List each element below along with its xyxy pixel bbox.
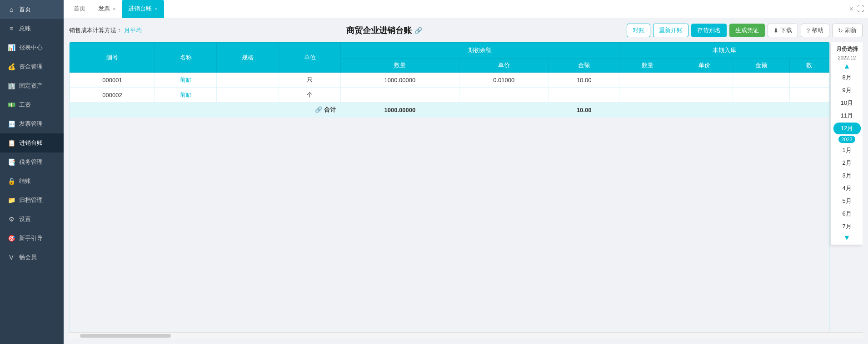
purchase-icon: 📋 xyxy=(7,139,15,147)
tab-purchase-sales[interactable]: 进销台账 × xyxy=(122,0,164,18)
cell-balance-qty xyxy=(341,88,459,103)
col-code: 编号 xyxy=(70,43,155,73)
sidebar-item-label: 设置 xyxy=(19,215,31,223)
month-item-4[interactable]: 4月 xyxy=(833,182,861,194)
help-button[interactable]: ? 帮助 xyxy=(801,24,829,37)
save-alias-button[interactable]: 存货别名 xyxy=(691,24,727,37)
sidebar-item-label: 归档管理 xyxy=(19,196,43,204)
cell-in-num xyxy=(789,73,829,88)
sub-in-price: 单价 xyxy=(676,59,733,73)
cell-code: 000001 xyxy=(70,73,155,88)
sidebar-item-label: 进销台账 xyxy=(19,139,43,147)
purchase-sales-table: 编号 名称 规格 单位 期初余额 本期入库 数量 单价 金额 数量 xyxy=(70,42,829,118)
month-item-12[interactable]: 12月 xyxy=(833,123,861,134)
month-item-9[interactable]: 9月 xyxy=(833,84,861,96)
sidebar-item-archive[interactable]: 📁 归档管理 xyxy=(0,191,64,210)
ledger-icon: ≡ xyxy=(7,25,15,32)
home-icon: ⌂ xyxy=(7,6,15,13)
sub-balance-amount: 金额 xyxy=(549,59,619,73)
table-row: 000002 前缸 个 xyxy=(70,88,829,103)
fund-icon: 💰 xyxy=(7,63,15,70)
tab-invoice[interactable]: 发票 × xyxy=(92,0,122,18)
col-spec: 规格 xyxy=(217,43,279,73)
refresh-button[interactable]: ↻ 刷新 xyxy=(832,24,863,37)
cell-in-qty xyxy=(619,73,676,88)
month-scroll-up[interactable]: ▲ xyxy=(833,61,861,71)
reconcile-button[interactable]: 对账 xyxy=(627,24,650,37)
col-current-in: 本期入库 xyxy=(619,43,829,59)
cell-name: 前缸 xyxy=(155,73,216,88)
sidebar-item-fund-management[interactable]: 💰 资金管理 xyxy=(0,57,64,76)
cell-balance-price xyxy=(459,88,549,103)
tab-purchase-sales-close[interactable]: × xyxy=(155,6,157,11)
total-in-amount xyxy=(733,103,790,118)
total-in-num xyxy=(789,103,829,118)
total-balance-qty: 1000.00000 xyxy=(341,103,459,118)
cell-balance-amount xyxy=(549,88,619,103)
payroll-icon: 💵 xyxy=(7,101,15,108)
title-info-icon[interactable]: 🔗 xyxy=(414,27,422,34)
month-item-6[interactable]: 6月 xyxy=(833,208,861,220)
sidebar-item-label: 资金管理 xyxy=(19,63,43,71)
table-row: 000001 前缸 只 1000.00000 0.01000 10.00 xyxy=(70,73,829,88)
month-item-1[interactable]: 1月 xyxy=(833,144,861,156)
month-panel-title: 月份选择 xyxy=(833,44,861,55)
horizontal-scrollbar[interactable] xyxy=(69,332,863,339)
guide-icon: 🎯 xyxy=(7,235,15,242)
month-selector-panel: 月份选择 2022.12 ▲ 8月 9月 10月 11月 12月 2023 1月… xyxy=(831,42,863,245)
month-item-3[interactable]: 3月 xyxy=(833,170,861,182)
cell-unit: 只 xyxy=(279,73,340,88)
sidebar-item-guide[interactable]: 🎯 新手引导 xyxy=(0,229,64,248)
sidebar-item-fixed-assets[interactable]: 🏢 固定资产 xyxy=(0,76,64,95)
sidebar-item-label: 总账 xyxy=(19,25,31,33)
month-item-7[interactable]: 7月 xyxy=(833,221,861,232)
invoice-icon: 🧾 xyxy=(7,120,15,128)
refresh-icon: ↻ xyxy=(838,27,843,34)
data-table-wrapper[interactable]: 编号 名称 规格 单位 期初余额 本期入库 数量 单价 金额 数量 xyxy=(69,42,830,332)
main-area: 首页 发票 × 进销台账 × × ⛶ 销售成本计算方法： 月平均 商贸企业进销台… xyxy=(64,0,868,344)
sub-balance-price: 单价 xyxy=(459,59,549,73)
total-balance-price xyxy=(459,103,549,118)
report-icon: 📊 xyxy=(7,44,15,51)
window-maximize-button[interactable]: ⛶ xyxy=(857,5,864,13)
vip-icon: V xyxy=(7,254,15,261)
sidebar-item-vip[interactable]: V 畅会员 xyxy=(0,248,64,267)
col-name: 名称 xyxy=(155,43,216,73)
sidebar-item-label: 新手引导 xyxy=(19,234,43,242)
scroll-thumb[interactable] xyxy=(80,334,171,338)
sidebar-item-label: 报表中心 xyxy=(19,44,43,52)
sidebar-item-tax-management[interactable]: 📑 税务管理 xyxy=(0,152,64,172)
month-scroll-down[interactable]: ▼ xyxy=(833,233,861,243)
sidebar-item-invoice-management[interactable]: 🧾 发票管理 xyxy=(0,114,64,133)
tab-invoice-close[interactable]: × xyxy=(113,6,115,11)
month-item-11[interactable]: 11月 xyxy=(833,110,861,122)
generate-voucher-button[interactable]: 生成凭证 xyxy=(729,24,765,37)
total-in-price xyxy=(676,103,733,118)
sidebar-item-payroll[interactable]: 💵 工资 xyxy=(0,95,64,114)
month-item-5[interactable]: 5月 xyxy=(833,195,861,207)
cell-in-price xyxy=(676,88,733,103)
cost-method: 销售成本计算方法： 月平均 xyxy=(69,26,142,34)
reopen-button[interactable]: 重新开账 xyxy=(653,24,688,37)
month-item-8[interactable]: 8月 xyxy=(833,72,861,84)
sidebar-item-closing[interactable]: 🔒 结账 xyxy=(0,172,64,191)
month-panel-current-year: 2022.12 xyxy=(838,55,856,60)
month-item-2[interactable]: 2月 xyxy=(833,157,861,169)
tab-home[interactable]: 首页 xyxy=(67,0,92,18)
sidebar-item-home[interactable]: ⌂ 首页 xyxy=(0,0,64,19)
window-close-button[interactable]: × xyxy=(849,5,853,13)
month-item-10[interactable]: 10月 xyxy=(833,97,861,109)
cell-unit: 个 xyxy=(279,88,340,103)
sidebar-item-label: 首页 xyxy=(19,5,31,14)
sub-in-num: 数 xyxy=(789,59,829,73)
year-2023-label: 2023 xyxy=(838,136,855,143)
sidebar-item-label: 结账 xyxy=(19,177,31,185)
cell-in-num xyxy=(789,88,829,103)
total-balance-amount: 10.00 xyxy=(549,103,619,118)
cell-balance-amount: 10.00 xyxy=(549,73,619,88)
sidebar-item-purchase-sales[interactable]: 📋 进销台账 xyxy=(0,133,64,152)
sidebar-item-general-ledger[interactable]: ≡ 总账 xyxy=(0,19,64,38)
sidebar-item-settings[interactable]: ⚙ 设置 xyxy=(0,210,64,229)
download-button[interactable]: ⬇ 下载 xyxy=(768,24,798,37)
sidebar-item-reports[interactable]: 📊 报表中心 xyxy=(0,38,64,57)
